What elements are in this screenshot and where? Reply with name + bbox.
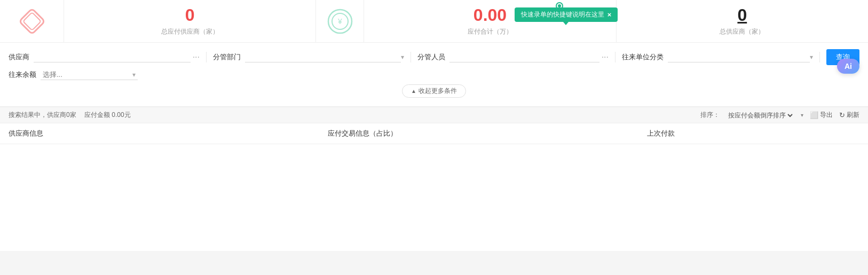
stat-number-suppliers: 0	[737, 6, 747, 25]
stat-total-payable-suppliers: 0 总应付供应商（家）	[64, 0, 316, 42]
filter-supplier: 供应商 ···	[9, 52, 207, 62]
col-payable-info: 应付交易信息（占比）	[328, 129, 647, 138]
filter-department: 分管部门 ▾	[207, 52, 411, 62]
refresh-button[interactable]: ↻ 刷新	[839, 111, 859, 120]
filter-row-1: 供应商 ··· 分管部门 ▾ 分管人员 ··· 往来单位分类	[9, 49, 859, 65]
stat-number-total: 0.00	[474, 6, 507, 25]
balance-label: 往来余额	[9, 70, 36, 80]
filter-area: 供应商 ··· 分管部门 ▾ 分管人员 ··· 往来单位分类	[0, 43, 868, 107]
sort-select[interactable]: 按应付会额倒序排序	[726, 111, 794, 120]
stat-label-suppliers: 总供应商（家）	[720, 27, 764, 36]
filter-row-2: 往来余额 ▾	[9, 69, 859, 80]
result-actions: 排序： 按应付会额倒序排序 ▾ ⬜ 导出 ↻ 刷新	[700, 111, 859, 120]
collapse-icon: ▲	[411, 88, 416, 94]
export-label: 导出	[820, 111, 833, 120]
balance-chevron[interactable]: ▾	[132, 71, 136, 78]
refresh-icon: ↻	[839, 111, 845, 119]
export-button[interactable]: ⬜ 导出	[810, 111, 833, 120]
collapse-row: ▲ 收起更多条件	[9, 82, 859, 102]
stat-total-suppliers: 快速录单的快捷键说明在这里 × 0 总供应商（家）	[617, 0, 868, 42]
unit-class-chevron[interactable]: ▾	[810, 53, 813, 61]
department-input[interactable]	[245, 53, 335, 61]
col-last-payment: 上次付款	[647, 129, 860, 138]
col-supplier-info: 供应商信息	[9, 129, 328, 138]
coin-area: ¥	[316, 0, 364, 42]
department-chevron[interactable]: ▾	[401, 53, 404, 61]
filter-manager: 分管人员 ···	[411, 52, 616, 62]
supplier-label: 供应商	[9, 52, 29, 62]
unit-class-input[interactable]	[668, 53, 757, 61]
unit-class-input-wrap	[668, 52, 810, 62]
tooltip-area: 快速录单的快捷键说明在这里 ×	[553, 3, 562, 9]
result-text: 搜索结果中，供应商0家	[9, 111, 76, 119]
tooltip-close[interactable]: ×	[607, 11, 612, 19]
balance-select-wrap: ▾	[41, 69, 138, 80]
logo-area	[0, 0, 64, 42]
svg-rect-0	[19, 8, 44, 34]
svg-text:¥: ¥	[337, 17, 342, 26]
supplier-dots[interactable]: ···	[193, 52, 200, 62]
tooltip-text: 快速录单的快捷键说明在这里	[521, 10, 604, 19]
ai-button[interactable]: Ai	[837, 59, 859, 74]
result-summary: 搜索结果中，供应商0家 应付金额 0.00元	[9, 111, 131, 120]
table-header: 供应商信息 应付交易信息（占比） 上次付款	[0, 123, 868, 144]
result-bar: 搜索结果中，供应商0家 应付金额 0.00元 排序： 按应付会额倒序排序 ▾ ⬜…	[0, 107, 868, 123]
department-label: 分管部门	[213, 52, 241, 62]
stat-label-total: 应付合计（万）	[468, 27, 512, 36]
stats-bar: 0 总应付供应商（家） ¥ 0.00 应付合计（万） 快速录单的快捷键说明在这里…	[0, 0, 868, 43]
stat-label-payable: 总应付供应商（家）	[161, 27, 219, 36]
sort-chevron: ▾	[801, 112, 803, 118]
manager-dots[interactable]: ···	[602, 52, 609, 62]
collapse-label: 收起更多条件	[419, 87, 457, 96]
manager-input-wrap	[449, 52, 599, 62]
result-amount: 应付金额 0.00元	[84, 111, 131, 119]
department-input-wrap	[245, 52, 401, 62]
balance-select[interactable]	[43, 70, 132, 78]
supplier-input[interactable]	[34, 53, 123, 61]
table-body	[0, 144, 868, 251]
stat-number-payable: 0	[185, 6, 195, 25]
tooltip-bubble: 快速录单的快捷键说明在这里 ×	[515, 7, 618, 22]
sort-label: 排序：	[700, 111, 720, 120]
filter-unit-class: 往来单位分类 ▾	[616, 52, 820, 62]
refresh-label: 刷新	[847, 111, 859, 120]
manager-label: 分管人员	[417, 52, 445, 62]
collapse-button[interactable]: ▲ 收起更多条件	[402, 84, 466, 98]
supplier-input-wrap	[34, 52, 191, 62]
unit-class-label: 往来单位分类	[622, 52, 664, 62]
export-icon: ⬜	[810, 111, 818, 119]
filter-balance: 往来余额 ▾	[9, 69, 138, 80]
manager-input[interactable]	[449, 53, 539, 61]
